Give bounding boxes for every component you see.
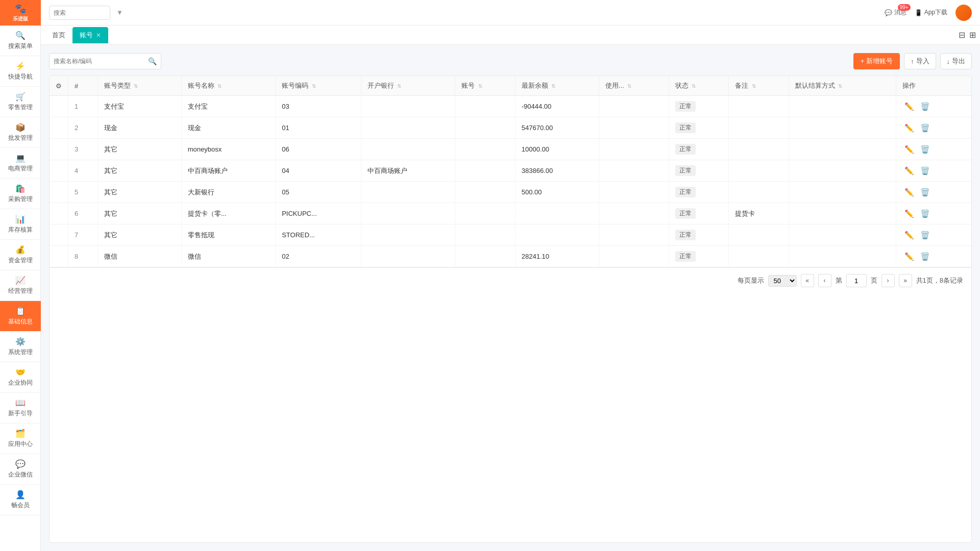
next-page-button[interactable]: ›: [881, 274, 895, 287]
usage-column-header[interactable]: 使用... ⇅: [599, 76, 669, 96]
balance-column-header[interactable]: 最新余额 ⇅: [515, 76, 599, 96]
edit-row-button[interactable]: ✏️: [902, 231, 916, 240]
sidebar-item-enterprise-wechat[interactable]: 💬 企业微信: [0, 454, 41, 485]
tab-home[interactable]: 首页: [45, 27, 72, 43]
edit-row-button[interactable]: ✏️: [902, 166, 916, 176]
row-status-cell: 正常: [669, 96, 729, 117]
sidebar-item-purchase-mgmt[interactable]: 🛍️ 采购管理: [0, 179, 41, 209]
page-suffix: 页: [871, 276, 877, 285]
search-icon[interactable]: 🔍: [148, 57, 157, 65]
sidebar-item-member[interactable]: 👤 畅会员: [0, 485, 41, 515]
sidebar-item-inventory-label: 库存核算: [8, 226, 33, 234]
row-usage-cell: [599, 117, 669, 139]
name-column-header[interactable]: 账号名称 ⇅: [181, 76, 275, 96]
export-button[interactable]: ↓ 导出: [940, 53, 972, 69]
sidebar-item-enterprise-wechat-label: 企业微信: [8, 470, 33, 479]
message-button[interactable]: 💬 消息 99+: [885, 8, 906, 17]
row-remark-cell: [729, 246, 789, 267]
type-sort-icon[interactable]: ⇅: [134, 83, 138, 89]
row-account-cell: [455, 117, 516, 139]
delete-row-button[interactable]: 🗑️: [918, 252, 932, 261]
sidebar-item-quick-nav[interactable]: ⚡ 快捷导航: [0, 56, 41, 87]
bank-column-header[interactable]: 开户银行 ⇅: [361, 76, 455, 96]
sidebar-item-quick-nav-label: 快捷导航: [8, 72, 33, 81]
status-column-header[interactable]: 状态 ⇅: [669, 76, 729, 96]
edit-row-button[interactable]: ✏️: [902, 102, 916, 111]
edit-row-button[interactable]: ✏️: [902, 252, 916, 261]
name-sort-icon[interactable]: ⇅: [217, 83, 222, 89]
header-left: ▼: [49, 6, 123, 20]
tab-maximize-button[interactable]: ⊞: [969, 30, 976, 40]
settlement-sort-icon[interactable]: ⇅: [838, 83, 842, 89]
pagination: 每页显示 50 10 20 100 « ‹ 第 页 › » 共1页，8条记录: [50, 267, 971, 293]
edit-row-button[interactable]: ✏️: [902, 188, 916, 197]
row-settlement-cell: [789, 182, 896, 203]
edit-row-button[interactable]: ✏️: [902, 209, 916, 218]
total-label: 共1页，8条记录: [916, 276, 963, 285]
prev-page-button[interactable]: ‹: [818, 274, 831, 287]
sidebar-item-retail-mgmt[interactable]: 🛒 零售管理: [0, 87, 41, 117]
account-search-input[interactable]: [54, 58, 148, 65]
code-sort-icon[interactable]: ⇅: [312, 83, 316, 89]
sidebar-item-system-mgmt[interactable]: ⚙️ 系统管理: [0, 332, 41, 362]
row-status-cell: 正常: [669, 139, 729, 160]
edit-row-button[interactable]: ✏️: [902, 123, 916, 133]
sidebar-item-ops-mgmt[interactable]: 📈 经营管理: [0, 270, 41, 301]
row-num-cell: 2: [68, 117, 98, 139]
page-size-select[interactable]: 50 10 20 100: [768, 275, 797, 287]
type-column-header[interactable]: 账号类型 ⇅: [97, 76, 181, 96]
sidebar-item-enterprise-agreement[interactable]: 🤝 企业协同: [0, 362, 41, 393]
row-action-cell: ✏️ 🗑️: [896, 117, 971, 139]
dropdown-arrow-icon[interactable]: ▼: [116, 9, 123, 16]
default-settlement-column-header[interactable]: 默认结算方式 ⇅: [789, 76, 896, 96]
app-download-button[interactable]: 📱 App下载: [915, 8, 947, 17]
page-number-input[interactable]: [846, 274, 867, 287]
tab-account-close-icon[interactable]: ✕: [96, 32, 101, 39]
sidebar-item-new-guide[interactable]: 📖 新手引导: [0, 393, 41, 423]
row-settlement-cell: [789, 139, 896, 160]
edit-row-button[interactable]: ✏️: [902, 145, 916, 154]
row-status-cell: 正常: [669, 203, 729, 224]
table-row: 7 其它 零售抵现 STORED... 正常 ✏️ 🗑️: [50, 224, 971, 246]
sidebar-item-wholesale-mgmt[interactable]: 📦 批发管理: [0, 117, 41, 148]
sidebar-item-ecommerce-mgmt[interactable]: 💻 电商管理: [0, 148, 41, 179]
import-label: 导入: [916, 57, 929, 66]
tab-account[interactable]: 账号 ✕: [72, 27, 108, 43]
bank-sort-icon[interactable]: ⇅: [397, 83, 401, 89]
delete-row-button[interactable]: 🗑️: [918, 145, 932, 154]
sidebar-item-app-center[interactable]: 🗂️ 应用中心: [0, 423, 41, 454]
account-column-header[interactable]: 账号 ⇅: [455, 76, 516, 96]
row-remark-cell: [729, 182, 789, 203]
settings-column-header[interactable]: ⚙: [50, 76, 68, 96]
status-sort-icon[interactable]: ⇅: [692, 83, 696, 89]
row-bank-cell: 中百商场账户: [361, 160, 455, 182]
last-page-button[interactable]: »: [899, 274, 912, 287]
row-account-cell: [455, 182, 516, 203]
delete-row-button[interactable]: 🗑️: [918, 102, 932, 111]
delete-row-button[interactable]: 🗑️: [918, 209, 932, 218]
delete-row-button[interactable]: 🗑️: [918, 188, 932, 197]
user-avatar[interactable]: [955, 5, 972, 21]
sidebar-item-basic-info[interactable]: 📋 基础信息: [0, 301, 41, 332]
tab-minimize-button[interactable]: ⊟: [959, 30, 965, 40]
sidebar-item-search-menu[interactable]: 🔍 搜索菜单: [0, 26, 41, 56]
row-remark-cell: [729, 160, 789, 182]
delete-row-button[interactable]: 🗑️: [918, 231, 932, 240]
sidebar-item-capital-mgmt[interactable]: 💰 资金管理: [0, 240, 41, 270]
remark-column-header[interactable]: 备注 ⇅: [729, 76, 789, 96]
delete-row-button[interactable]: 🗑️: [918, 166, 932, 176]
remark-sort-icon[interactable]: ⇅: [752, 83, 756, 89]
enterprise-wechat-icon: 💬: [15, 459, 26, 469]
add-account-button[interactable]: + 新增账号: [853, 53, 900, 69]
top-search-input[interactable]: [49, 6, 110, 20]
balance-sort-icon[interactable]: ⇅: [551, 83, 555, 89]
account-sort-icon[interactable]: ⇅: [478, 83, 482, 89]
row-balance-cell: -90444.00: [515, 96, 599, 117]
sidebar-item-inventory-check[interactable]: 📊 库存核算: [0, 209, 41, 240]
first-page-button[interactable]: «: [801, 274, 814, 287]
import-button[interactable]: ↑ 导入: [904, 53, 936, 69]
code-column-header[interactable]: 账号编码 ⇅: [276, 76, 361, 96]
row-num-cell: 4: [68, 160, 98, 182]
delete-row-button[interactable]: 🗑️: [918, 123, 932, 133]
usage-sort-icon[interactable]: ⇅: [627, 83, 631, 89]
